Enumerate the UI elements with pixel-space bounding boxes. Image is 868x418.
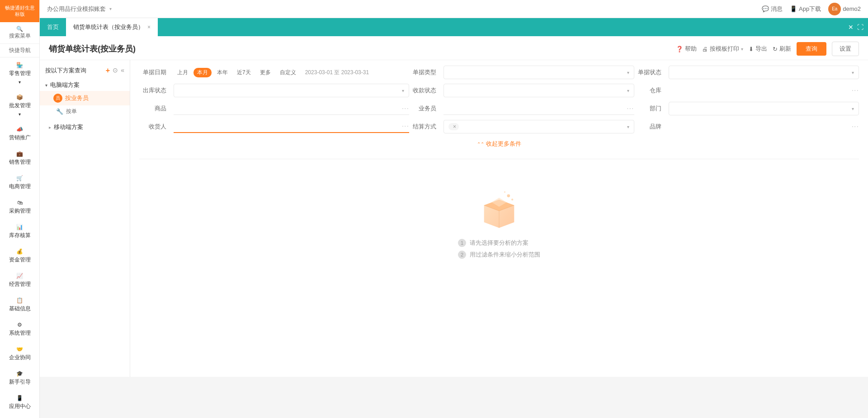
print-icon: 🖨 <box>702 46 708 52</box>
sales-icon: 💼 <box>16 151 23 157</box>
tab-current[interactable]: 销货单统计表（按业务员） × <box>66 18 158 36</box>
newbie-label: 新手引导 <box>9 378 31 386</box>
settings-btn[interactable]: 设置 <box>832 42 859 56</box>
messages-btn[interactable]: 💬 消息 <box>762 5 783 13</box>
add-scheme-btn[interactable]: + <box>106 66 110 75</box>
avatar-initials: Ea <box>832 6 837 11</box>
docstatus-select[interactable]: ▾ <box>669 66 859 79</box>
filter-outstatus-group: 出库状态 ▾ <box>139 84 409 97</box>
consignee-label: 收货人 <box>139 123 166 131</box>
left-panel-header: 按以下方案查询 + ⊙ « <box>40 64 130 77</box>
salesman-dots[interactable]: ··· <box>627 104 634 113</box>
sidebar-item-basic[interactable]: 📋 基础信息 <box>0 293 39 317</box>
filter-salesman-group: 业务员 ··· <box>409 103 634 115</box>
tip-num-2: 2 <box>458 251 466 259</box>
apps-icon: 📱 <box>16 395 23 401</box>
sidebar-item-wechat[interactable]: 💬 企业微信 <box>0 415 39 418</box>
tab-current-label: 销货单统计表（按业务员） <box>73 23 144 31</box>
settlement-select[interactable]: × ▾ <box>443 120 634 133</box>
tab-home[interactable]: 首页 <box>40 18 66 36</box>
user-profile[interactable]: Ea demo2 <box>828 3 861 15</box>
filter-paymentstatus-group: 收款状态 ▾ <box>409 84 634 97</box>
main-area: 办公用品行业模拟账套 ▾ 💬 消息 📱 App下载 Ea demo2 首页 <box>40 0 868 418</box>
company-dropdown-icon[interactable]: ▾ <box>109 6 112 11</box>
sidebar-item-operations[interactable]: 📈 经营管理 <box>0 268 39 293</box>
date-tab-last7[interactable]: 近7天 <box>233 68 255 77</box>
marketing-icon: 📣 <box>16 126 23 133</box>
app-download-btn[interactable]: 📱 App下载 <box>790 5 821 13</box>
export-btn[interactable]: ⬇ 导出 <box>749 45 767 53</box>
help-btn[interactable]: ❓ 帮助 <box>676 45 697 53</box>
scheme-item-by-salesman[interactable]: 员 按业务员 <box>40 91 130 105</box>
page-header: 销货单统计表(按业务员) ❓ 帮助 🖨 按模板打印 ▾ ⬇ 导出 <box>40 36 868 60</box>
consignee-dots[interactable]: ··· <box>402 122 409 130</box>
sidebar-item-marketing[interactable]: 📣 营销推广 <box>0 122 39 146</box>
sidebar-item-purchase[interactable]: 🛍 采购管理 <box>0 195 39 219</box>
date-controls: 上月 本月 本年 近7天 更多 自定义 2023-03-01 至 2023-03… <box>174 68 409 77</box>
print-btn[interactable]: 🖨 按模板打印 ▾ <box>702 45 743 53</box>
doctype-dropdown-icon: ▾ <box>627 70 629 75</box>
scheme-item-by-order[interactable]: 🔧 按单 <box>40 105 130 118</box>
dept-select[interactable]: ▾ <box>669 102 859 115</box>
scheme-label-order: 按单 <box>66 108 77 115</box>
sidebar-item-enterprise[interactable]: 🤝 企业协同 <box>0 342 39 366</box>
company-name[interactable]: 办公用品行业模拟账套 <box>47 5 106 13</box>
warehouse-dots[interactable]: ··· <box>852 86 859 95</box>
tab-close-btn[interactable]: × <box>147 24 151 30</box>
collapse-panel-btn[interactable]: « <box>121 66 124 75</box>
brand-dots[interactable]: ··· <box>852 123 859 131</box>
date-tab-more[interactable]: 更多 <box>256 68 274 77</box>
topbar-left: 办公用品行业模拟账套 ▾ <box>47 5 112 13</box>
filter-warehouse-group: 仓库 ··· <box>634 86 859 95</box>
date-tab-custom[interactable]: 自定义 <box>276 68 300 77</box>
docstatus-dropdown-icon: ▾ <box>852 70 854 75</box>
sidebar-item-sales[interactable]: 💼 销售管理 <box>0 146 39 171</box>
goods-dots[interactable]: ··· <box>402 104 409 113</box>
outstatus-select[interactable]: ▾ <box>174 84 409 97</box>
sales-label: 销售管理 <box>9 158 31 166</box>
refresh-btn[interactable]: ↻ 刷新 <box>773 45 791 53</box>
empty-tip-2: 2 用过滤条件来缩小分析范围 <box>458 251 540 259</box>
date-tab-thismonth[interactable]: 本月 <box>193 68 212 77</box>
sidebar-item-ecommerce[interactable]: 🛒 电商管理 <box>0 171 39 195</box>
doctype-select[interactable]: ▾ <box>443 66 634 79</box>
scheme-group-mobile-title[interactable]: ▸ 移动端方案 <box>40 121 130 133</box>
settlement-tags: × <box>448 123 627 130</box>
enterprise-icon: 🤝 <box>16 346 23 352</box>
paymentstatus-select[interactable]: ▾ <box>443 84 634 97</box>
retail-expand-icon <box>19 79 21 85</box>
outstatus-dropdown-icon: ▾ <box>402 88 404 93</box>
close-window-icon[interactable]: ✕ <box>848 24 854 31</box>
filter-date-group: 单据日期 上月 本月 本年 近7天 更多 自定义 2023-03-01 至 20… <box>139 68 409 77</box>
sidebar-item-retail[interactable]: 🏪 零售管理 <box>0 57 39 90</box>
sidebar-item-apps[interactable]: 📱 应用中心 <box>0 390 39 415</box>
maximize-icon[interactable]: ⛶ <box>857 24 863 31</box>
outstatus-label: 出库状态 <box>139 86 166 95</box>
sidebar-item-system[interactable]: ⚙ 系统管理 <box>0 317 39 342</box>
collapse-btn[interactable]: ⌃⌃ 收起更多条件 <box>477 140 521 148</box>
settlement-tag-remove[interactable]: × <box>453 124 456 130</box>
date-tab-thisyear[interactable]: 本年 <box>213 68 231 77</box>
sidebar-item-newbie[interactable]: 🎓 新手引导 <box>0 366 39 390</box>
sidebar-item-finance[interactable]: 💰 资金管理 <box>0 244 39 268</box>
purchase-label: 采购管理 <box>9 207 31 215</box>
download-icon: 📱 <box>790 5 797 12</box>
sidebar-item-wholesale[interactable]: 📦 批发管理 <box>0 90 39 122</box>
messages-label: 消息 <box>771 5 783 13</box>
shortcut-label: 快捷导航 <box>2 47 37 54</box>
sidebar-shortcut[interactable]: 快捷导航 <box>0 44 39 57</box>
scheme-group-desktop-title[interactable]: ▾ 电脑端方案 <box>40 79 130 91</box>
date-tab-lastmonth[interactable]: 上月 <box>174 68 192 77</box>
brand-label: 品牌 <box>634 123 661 131</box>
expand-icon: ▾ <box>45 83 47 88</box>
sidebar-item-inventory[interactable]: 📊 库存核算 <box>0 219 39 244</box>
query-btn[interactable]: 查询 <box>797 42 826 56</box>
copy-scheme-btn[interactable]: ⊙ <box>113 66 118 75</box>
system-icon: ⚙ <box>17 322 22 328</box>
sidebar-search[interactable]: 🔍 搜索菜单 <box>0 22 39 44</box>
filter-row-1: 单据日期 上月 本月 本年 近7天 更多 自定义 2023-03-01 至 20… <box>139 66 859 79</box>
left-panel-title: 按以下方案查询 <box>45 66 86 75</box>
inventory-icon: 📊 <box>16 224 23 230</box>
basic-icon: 📋 <box>16 297 23 304</box>
collapse-up-icon: ⌃⌃ <box>477 142 484 147</box>
